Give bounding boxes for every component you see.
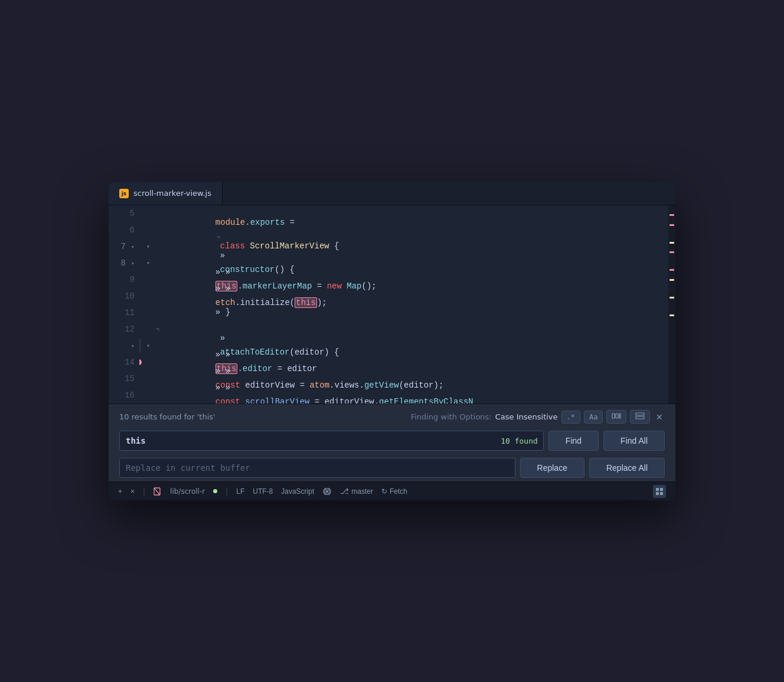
svg-rect-2 [619, 414, 620, 418]
multiline-btn[interactable] [630, 410, 650, 424]
scroll-marker-8 [669, 314, 674, 316]
regex-btn[interactable]: .* [561, 411, 580, 424]
code-token: » » [215, 383, 236, 392]
editor-window: js scroll-marker-view.js 5 6 7 ▾ 8 ▾ 9 1… [109, 182, 675, 500]
code-token: ¬ [156, 324, 159, 335]
signal-btn[interactable] [322, 488, 332, 495]
options-prefix: Finding with Options: [411, 412, 492, 421]
language-btn[interactable]: JavaScript [281, 487, 314, 496]
code-token: » » const scrollBarView = editorView.get… [156, 367, 473, 404]
replace-all-btn[interactable]: Replace All [589, 458, 665, 478]
find-btn[interactable]: Find [548, 431, 599, 451]
line-num-16: 16 [118, 387, 135, 404]
svg-rect-0 [612, 414, 615, 418]
branch-btn[interactable]: ⎇ master [340, 487, 373, 496]
fold-arrow-7: ▾ [146, 242, 150, 252]
replace-row: Replace Replace All [109, 454, 675, 481]
fetch-icon: ↻ [381, 487, 387, 496]
js-file-icon: js [119, 189, 129, 198]
file-icon-btn[interactable] [153, 487, 162, 496]
line-num-14: 14 [118, 354, 135, 370]
scroll-marker-5 [669, 269, 674, 271]
grid-btn[interactable] [653, 485, 666, 498]
fold-arrow-13: ▾ [146, 341, 150, 351]
add-pane-btn[interactable]: + [118, 487, 122, 496]
expand-btn[interactable]: ▶ [139, 338, 141, 353]
line-num-5: 5 [118, 205, 135, 222]
line-num-11: 11 [118, 304, 135, 321]
find-row: 10 found Find Find All [109, 427, 675, 454]
code-token: { [329, 241, 339, 251]
find-input[interactable] [119, 431, 544, 451]
svg-rect-10 [656, 488, 659, 491]
fetch-btn[interactable]: ↻ Fetch [381, 487, 407, 496]
whole-word-btn[interactable] [606, 410, 626, 424]
charset-btn[interactable]: UTF-8 [253, 487, 273, 496]
fold-arrow-8: ▾ [146, 258, 150, 268]
results-summary: 10 results found for 'this' [119, 412, 215, 421]
svg-rect-4 [636, 417, 644, 419]
line-gutter: 5 6 7 ▾ 8 ▾ 9 10 11 12 ​ ▾ 14 15 16 [109, 205, 139, 404]
find-panel: 10 results found for 'this' Finding with… [109, 404, 675, 481]
scroll-marker-4 [669, 251, 674, 253]
find-options-bar: Finding with Options: Case Insensitive .… [411, 410, 665, 424]
case-btn[interactable]: Aa [584, 411, 603, 424]
replace-input-wrap [119, 458, 515, 478]
svg-rect-11 [660, 488, 663, 491]
branch-icon: ⎇ [340, 487, 349, 496]
scroll-marker-2 [669, 224, 674, 226]
code-token: » } [215, 307, 230, 317]
line-num-7: 7 ▾ [118, 238, 135, 255]
fold-13[interactable]: ▾ [130, 343, 135, 350]
find-panel-header: 10 results found for 'this' Finding with… [109, 404, 675, 427]
scroll-marker-3 [669, 242, 674, 244]
replace-btn[interactable]: Replace [520, 458, 584, 478]
svg-line-6 [154, 488, 160, 495]
scroll-marker-7 [669, 297, 674, 299]
code-token: const [215, 397, 245, 404]
svg-rect-13 [660, 492, 663, 495]
file-path: lib/scroll-r [170, 487, 205, 496]
code-token [146, 206, 151, 221]
line-endings-btn[interactable]: LF [236, 487, 244, 496]
find-all-btn[interactable]: Find All [603, 431, 665, 451]
fold-8[interactable]: ▾ [130, 260, 135, 267]
line-num-9: 9 [118, 271, 135, 288]
tab-filename: scroll-marker-view.js [133, 189, 211, 198]
line-num-6: 6 [118, 222, 135, 238]
fold-7[interactable]: ▾ [130, 244, 135, 251]
scroll-marker-6 [669, 279, 674, 281]
active-tab[interactable]: js scroll-marker-view.js [109, 182, 223, 205]
line-num-8: 8 ▾ [118, 255, 135, 271]
code-area: 5 6 7 ▾ 8 ▾ 9 10 11 12 ​ ▾ 14 15 16 [109, 205, 675, 404]
line-num-15: 15 [118, 370, 135, 387]
code-content: module.exports = ¬ ▾ class ScrollMarkerV… [139, 205, 668, 404]
code-token: getElementsByClassN [379, 397, 473, 404]
line-num-12: 12 [118, 321, 135, 337]
breakpoint-dot [139, 359, 142, 365]
status-bar: + × | lib/scroll-r | LF UTF-8 JavaScript… [109, 481, 675, 500]
status-divider-2: | [226, 487, 228, 496]
tab-bar: js scroll-marker-view.js [109, 182, 675, 205]
code-token: scrollBarView [245, 397, 309, 404]
scroll-markers [668, 205, 675, 404]
find-input-wrap: 10 found [119, 431, 544, 451]
code-token: = editorView. [309, 397, 379, 404]
options-value: Case Insensitive [495, 412, 558, 421]
replace-input[interactable] [119, 458, 515, 478]
line-num-10: 10 [118, 288, 135, 304]
svg-rect-3 [636, 413, 644, 415]
fetch-label: Fetch [390, 487, 407, 496]
svg-rect-12 [656, 492, 659, 495]
scroll-marker-1 [669, 214, 674, 216]
code-lines: 5 6 7 ▾ 8 ▾ 9 10 11 12 ​ ▾ 14 15 16 [109, 205, 675, 404]
svg-rect-1 [616, 414, 618, 418]
status-divider-1: | [143, 487, 145, 496]
close-find-btn[interactable]: × [654, 412, 665, 422]
line-num-13: ​ ▾ [118, 337, 135, 354]
code-line-16: » » const scrollBarView = editorView.get… [146, 387, 668, 404]
close-pane-btn[interactable]: × [130, 487, 135, 496]
svg-point-7 [326, 490, 328, 493]
modified-dot [213, 489, 217, 493]
branch-name: master [351, 487, 373, 496]
